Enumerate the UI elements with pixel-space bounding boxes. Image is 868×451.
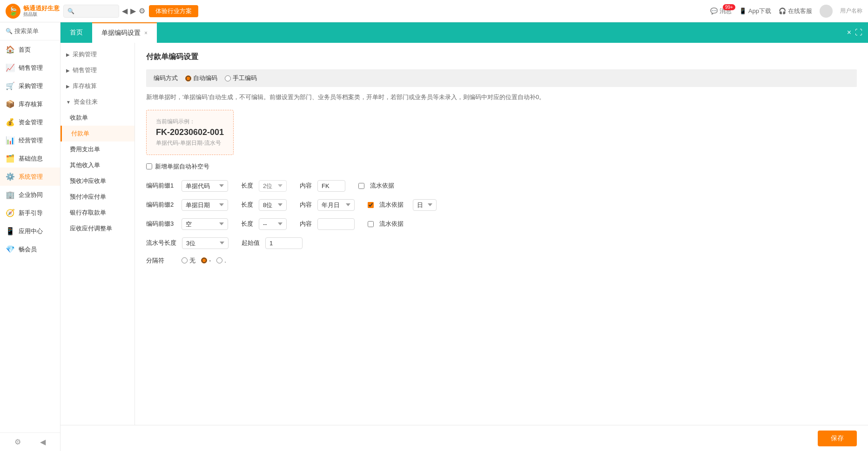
menu-item-receipt[interactable]: 收款单 (61, 110, 135, 126)
header-left: 🍃 畅通逍好生意 括品版 🔍 ◀ ▶ ⚙ 体验行业方案 (6, 4, 198, 19)
tab-home[interactable]: 首页 (61, 22, 92, 43)
message-icon: 💬 (710, 7, 718, 14)
auto-fill-row: 新增单据自动补空号 (146, 162, 857, 171)
message-badge: 99+ (723, 4, 735, 10)
length3-select[interactable]: -- (259, 218, 287, 230)
prefix3-label: 编码前缀3 (146, 220, 176, 228)
app-download-button[interactable]: 📱 App下载 (739, 7, 771, 15)
sidebar-item-purchase[interactable]: 🛒 采购管理 (0, 77, 60, 95)
length1-select[interactable]: 2位 4位 8位 (259, 180, 287, 192)
sidebar-item-sales[interactable]: 📈 销售管理 (0, 59, 60, 77)
trial-button[interactable]: 体验行业方案 (149, 5, 198, 17)
code-example-box: 当前编码示例： FK-20230602-001 单据代码-单据日期-流水号 (146, 110, 234, 155)
content3-label: 内容 (300, 220, 312, 228)
form-footer: 保存 (61, 425, 868, 451)
search-icon: 🔍 (67, 8, 74, 14)
content1-input[interactable] (317, 180, 345, 192)
footer-settings-icon[interactable]: ⚙ (14, 438, 21, 446)
sidebar-item-vip[interactable]: 💎 畅会员 (0, 240, 60, 258)
tab-maximize-button[interactable]: ⛶ (855, 28, 862, 37)
serial1-checkbox[interactable] (358, 183, 364, 189)
menu-group-sales[interactable]: ▶ 销售管理 (61, 62, 135, 78)
message-button[interactable]: 💬 消息 99+ (710, 7, 732, 15)
sidebar-item-inventory[interactable]: 📦 库存核算 (0, 95, 60, 113)
menu-group-inventory[interactable]: ▶ 库存核算 (61, 78, 135, 94)
menu-item-other-income[interactable]: 其他收入单 (61, 157, 135, 173)
content2-select[interactable]: 年月日 年月 年 (317, 199, 355, 211)
start-value-input[interactable] (265, 237, 303, 249)
menu-item-receivable-adjustment[interactable]: 应收应付调整单 (61, 221, 135, 236)
logo-icon: 🍃 (6, 4, 20, 19)
manual-code-option[interactable]: 手工编码 (225, 74, 257, 82)
menu-item-bank-deposit[interactable]: 银行存取款单 (61, 205, 135, 221)
menu-item-pre-receipt-offset[interactable]: 预收冲应收单 (61, 173, 135, 189)
prefix2-select[interactable]: 单据日期 单据代码 部门 业务员 空 (182, 199, 228, 211)
menu-group-finance[interactable]: ▼ 资金往来 (61, 94, 135, 110)
sidebar-item-basic[interactable]: 🗂️ 基础信息 (0, 149, 60, 168)
serial3-label: 流水依据 (379, 220, 404, 228)
prefix2-label: 编码前缀2 (146, 201, 176, 209)
sidebar-item-guide[interactable]: 🧭 新手引导 (0, 204, 60, 222)
sep-dash-radio[interactable] (201, 257, 207, 263)
auto-code-radio[interactable] (185, 75, 191, 81)
user-avatar[interactable] (820, 5, 833, 18)
tab-close-button[interactable]: × (847, 28, 851, 37)
manual-code-radio[interactable] (225, 75, 231, 81)
serial-length-select[interactable]: 3位 4位 5位 6位 (182, 237, 229, 249)
sidebar-item-enterprise[interactable]: 🏢 企业协同 (0, 186, 60, 204)
content2-label: 内容 (300, 201, 312, 209)
footer-collapse-icon[interactable]: ◀ (40, 438, 46, 446)
sidebar-item-apps[interactable]: 📱 应用中心 (0, 222, 60, 240)
download-icon: 📱 (739, 7, 747, 14)
menu-group-purchase[interactable]: ▶ 采购管理 (61, 47, 135, 62)
finance-icon: 💰 (6, 118, 15, 127)
tab-close-icon[interactable]: × (144, 30, 148, 36)
serial3-checkbox[interactable] (368, 221, 374, 227)
sep-none-radio[interactable] (182, 257, 188, 263)
prefix3-row: 编码前缀3 空 单据代码 单据日期 部门 业务员 长度 -- 内容 (146, 218, 857, 230)
menu-item-expense[interactable]: 费用支出单 (61, 141, 135, 157)
header-settings-icon[interactable]: ⚙ (139, 7, 145, 15)
nav-forward-icon[interactable]: ▶ (130, 7, 136, 15)
sales-icon: 📈 (6, 63, 15, 72)
encoding-method-label: 编码方式 (154, 74, 178, 82)
user-name: 用户名称 (840, 7, 862, 15)
online-service-button[interactable]: 🎧 在线客服 (779, 7, 812, 15)
sep-dash-option[interactable]: - (201, 257, 211, 264)
sidebar-item-finance[interactable]: 💰 资金管理 (0, 113, 60, 131)
sep-none-option[interactable]: 无 (182, 256, 195, 265)
enterprise-icon: 🏢 (6, 190, 15, 199)
prefix1-select[interactable]: 单据代码 单据日期 部门 业务员 空 (182, 180, 228, 192)
sidebar-item-operations[interactable]: 📊 经营管理 (0, 131, 60, 149)
sep-dot-radio[interactable] (216, 257, 222, 263)
length2-label: 长度 (241, 201, 253, 209)
length2-select[interactable]: 8位 6位 4位 (259, 199, 287, 211)
menu-item-pre-payment-offset[interactable]: 预付冲应付单 (61, 189, 135, 205)
content3-input[interactable] (317, 218, 355, 230)
serial2-checkbox[interactable] (368, 202, 374, 208)
operations-icon: 📊 (6, 136, 15, 145)
basic-icon: 🗂️ (6, 154, 15, 163)
auto-code-option[interactable]: 自动编码 (185, 74, 217, 82)
form-area: 付款单编码设置 编码方式 自动编码 手工编码 新增单据时，'单据编码'自动生成，… (135, 43, 868, 425)
sidebar-item-home[interactable]: 🏠 首页 (0, 40, 60, 59)
tab-bar-actions: × ⛶ (847, 28, 868, 37)
menu-item-payment[interactable]: 付款单 (61, 126, 135, 141)
tab-encoding-settings[interactable]: 单据编码设置 × (92, 22, 157, 43)
sep-dot-option[interactable]: . (216, 257, 226, 264)
header-search-area: 🔍 (63, 5, 119, 18)
inventory-icon: 📦 (6, 100, 15, 108)
auto-fill-checkbox[interactable] (146, 163, 152, 169)
prefix3-select[interactable]: 空 单据代码 单据日期 部门 业务员 (182, 218, 228, 230)
auto-fill-label: 新增单据自动补空号 (155, 162, 209, 171)
example-code: FK-20230602-001 (156, 128, 224, 137)
serial2-unit-select[interactable]: 日 月 年 (413, 199, 437, 211)
sidebar-item-system[interactable]: ⚙️ 系统管理 (0, 168, 60, 186)
start-label: 起始值 (242, 239, 260, 247)
sidebar-search[interactable]: 🔍 搜索菜单 (0, 22, 60, 40)
nav-back-icon[interactable]: ◀ (122, 7, 128, 15)
serial1-label: 流水依据 (370, 182, 394, 190)
main-layout: 🔍 搜索菜单 🏠 首页 📈 销售管理 🛒 采购管理 📦 库存核算 💰 资金管理 … (0, 22, 868, 451)
save-button[interactable]: 保存 (818, 431, 857, 446)
headset-icon: 🎧 (779, 7, 786, 14)
